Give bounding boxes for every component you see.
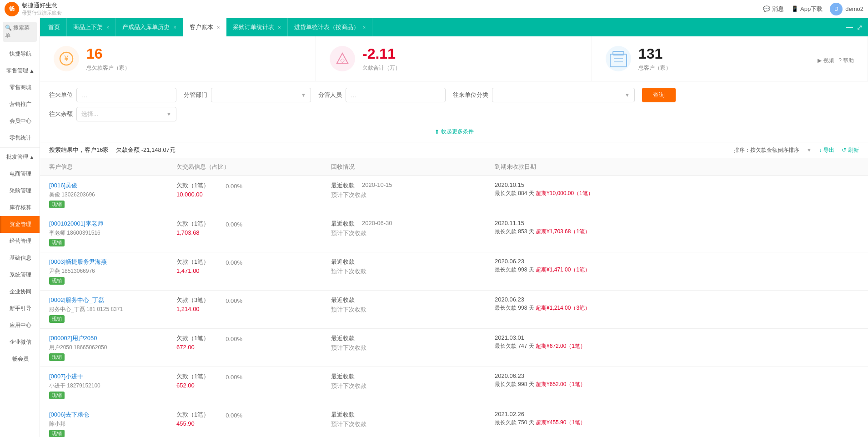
sidebar-item-beginner[interactable]: 新手引导	[0, 300, 40, 317]
stat-label-customers: 总欠款客户（家）	[86, 64, 130, 72]
tab-customer-account-close[interactable]: ×	[217, 25, 220, 30]
sidebar-item-retail-stats[interactable]: 零售统计	[0, 130, 40, 146]
debt-label-4: 欠款（1笔）	[176, 334, 209, 342]
debt-amount-0[interactable]: 10,000.00	[176, 191, 209, 198]
due-overdue-4: 最长欠款 747 天 超期¥672.00（1笔）	[495, 342, 859, 350]
sidebar-item-ecommerce[interactable]: 电商管理	[0, 166, 40, 182]
debt-amount-1[interactable]: 1,703.68	[176, 229, 209, 236]
tab-purchase-stats-close[interactable]: ×	[278, 25, 281, 30]
debt-amount-6[interactable]: 455.90	[176, 420, 209, 427]
sidebar-item-purchase[interactable]: 采购管理	[0, 182, 40, 199]
customer-name-3[interactable]: [0002]服务中心_丁磊	[49, 296, 176, 304]
customer-name-1[interactable]: [0001020001]李老师	[49, 220, 176, 228]
app-download-btn[interactable]: 📱 App下载	[791, 5, 823, 13]
top-bar-right: 💬 消息 📱 App下载 D demo2	[763, 3, 863, 15]
query-button[interactable]: 查询	[642, 88, 676, 102]
overdue-link-4[interactable]: 超期¥672.00（1笔）	[536, 343, 586, 349]
export-button[interactable]: ↓ 导出	[819, 146, 834, 154]
filter-category-select[interactable]: ▼	[492, 88, 635, 102]
tab-purchase-stats-label: 采购订单统计表	[233, 23, 274, 31]
customer-name-5[interactable]: [0007]小进干	[49, 372, 176, 381]
overdue-link-6[interactable]: 超期¥455.90（1笔）	[536, 419, 586, 426]
sidebar-item-inventory[interactable]: 库存核算	[0, 199, 40, 216]
filter-balance-select[interactable]: 选择... ▼	[76, 107, 176, 121]
debt-cell-4: 欠款（1笔） 672.00 0.00%	[176, 334, 331, 361]
tab-purchase-stats[interactable]: 采购订单统计表 ×	[226, 18, 287, 36]
due-date-3: 2020.06.23	[495, 296, 859, 303]
stat-label-total: 总客户（家）	[638, 64, 671, 72]
tab-purchase-stats-product[interactable]: 进货单统计表（按商品） ×	[288, 18, 372, 36]
sidebar-item-member-plus[interactable]: 畅会员	[0, 351, 40, 367]
debt-amount-4[interactable]: 672.00	[176, 344, 209, 351]
avatar: D	[830, 3, 843, 15]
tab-product-listing-close[interactable]: ×	[106, 25, 109, 30]
due-overdue-3: 最长欠款 998 天 超期¥1,214.00（3笔）	[495, 304, 859, 312]
customer-name-4[interactable]: [000002]用户2050	[49, 334, 176, 342]
sidebar-item-corp-wechat[interactable]: 企业微信	[0, 334, 40, 351]
sidebar-item-retail-store[interactable]: 零售商城	[0, 79, 40, 96]
sidebar-item-corp-collab[interactable]: 企业协同	[0, 283, 40, 300]
tab-expand-btn[interactable]: ⤢	[857, 23, 863, 32]
customer-tag-4: 现销	[49, 353, 65, 361]
sidebar-item-finance[interactable]: 资金管理	[0, 216, 40, 233]
overdue-link-0[interactable]: 超期¥10,000.00（1笔）	[536, 190, 593, 196]
recovery-next-0: 预计下次收款	[331, 191, 495, 199]
customer-name-6[interactable]: [0006]去下粮仓	[49, 411, 176, 419]
refresh-button[interactable]: ↺ 刷新	[842, 146, 859, 154]
due-cell-1: 2020.11.15 最长欠款 853 天 超期¥1,703.68（1笔）	[495, 220, 859, 246]
debt-cell-2: 欠款（1笔） 1,471.00 0.00%	[176, 258, 331, 285]
debt-amount-2[interactable]: 1,471.00	[176, 267, 209, 274]
sidebar-item-quick-nav[interactable]: 快捷导航	[0, 45, 40, 62]
debt-percent-4: 0.00%	[226, 336, 242, 342]
debt-percent-3: 0.00%	[226, 297, 242, 304]
brand: 畅 畅捷通好生意 母婴行业演示账套	[5, 1, 95, 16]
sidebar-item-app-center[interactable]: 应用中心	[0, 317, 40, 334]
tab-purchase-stats-product-close[interactable]: ×	[363, 25, 366, 30]
customer-contact-3: 服务中心_丁磊 181 0125 8371	[49, 306, 176, 313]
sidebar-item-retail-mgmt[interactable]: 零售管理▲	[0, 62, 40, 79]
debt-label-5: 欠款（1笔）	[176, 372, 209, 381]
recovery-next-4: 预计下次收款	[331, 344, 495, 352]
tab-product-listing[interactable]: 商品上下架 ×	[67, 18, 116, 36]
user-menu[interactable]: D demo2	[830, 3, 863, 15]
collapse-button[interactable]: ⬆ 收起更多条件	[435, 128, 474, 136]
customer-name-0[interactable]: [0016]吴俊	[49, 181, 176, 190]
table-body: [0016]吴俊 吴俊 13026203696 现销 欠款（1笔） 10,000…	[40, 176, 868, 437]
customer-name-2[interactable]: [0003]畅捷服务尹海燕	[49, 258, 176, 266]
tab-home[interactable]: 首页	[42, 18, 67, 36]
sidebar-item-members[interactable]: 会员中心	[0, 113, 40, 130]
overdue-link-1[interactable]: 超期¥1,703.68（1笔）	[536, 228, 590, 235]
sidebar-item-base-info[interactable]: 基础信息	[0, 250, 40, 266]
due-overdue-2: 最长欠款 998 天 超期¥1,471.00（1笔）	[495, 266, 859, 274]
sidebar-item-marketing[interactable]: 营销推广	[0, 96, 40, 113]
customer-tag-2: 现销	[49, 277, 65, 285]
table-header: 客户信息 欠交易信息（占比） 回收情况 到期未收款日期	[40, 158, 868, 176]
debt-amount-3[interactable]: 1,214.00	[176, 306, 209, 312]
sidebar-item-system[interactable]: 系统管理	[0, 266, 40, 283]
tab-customer-account[interactable]: 客户账本 ×	[183, 18, 226, 36]
tab-minimize-btn[interactable]: —	[846, 23, 853, 31]
debt-label-0: 欠款（1笔）	[176, 181, 209, 190]
recovery-next-2: 预计下次收款	[331, 267, 495, 276]
stat-value-total: 131	[638, 45, 671, 62]
sidebar-item-operations[interactable]: 经营管理	[0, 233, 40, 250]
help-btn[interactable]: ? 帮助	[838, 57, 854, 65]
overdue-link-3[interactable]: 超期¥1,214.00（3笔）	[536, 305, 590, 311]
debt-cell-1: 欠款（1笔） 1,703.68 0.00%	[176, 220, 331, 246]
overdue-link-2[interactable]: 超期¥1,471.00（1笔）	[536, 266, 590, 273]
recovery-cell-0: 最近收款 2020-10-15 预计下次收款	[331, 181, 495, 208]
tab-production-history-close[interactable]: ×	[173, 25, 176, 30]
sidebar-search-btn[interactable]: 🔍 搜索菜单	[3, 22, 37, 42]
message-btn[interactable]: 💬 消息	[763, 5, 784, 13]
debt-amount-5[interactable]: 652.00	[176, 382, 209, 389]
tab-bar: 首页 商品上下架 × 产成品入库单历史 × 客户账本 × 采购订单统计表 ×	[40, 18, 868, 36]
tab-production-history[interactable]: 产成品入库单历史 ×	[116, 18, 183, 36]
filter-dept-select[interactable]: ▼	[211, 88, 311, 102]
filter-unit-input[interactable]: ...	[76, 88, 176, 102]
video-help-btn[interactable]: ▶ 视频	[818, 57, 834, 65]
sidebar-item-wholesale-mgmt[interactable]: 批发管理▲	[0, 149, 40, 166]
overdue-link-5[interactable]: 超期¥652.00（1笔）	[536, 381, 586, 387]
filter-person-input[interactable]: ...	[346, 88, 446, 102]
stat-icon-debt: ◇	[330, 46, 355, 71]
recovery-next-1: 预计下次收款	[331, 229, 495, 237]
